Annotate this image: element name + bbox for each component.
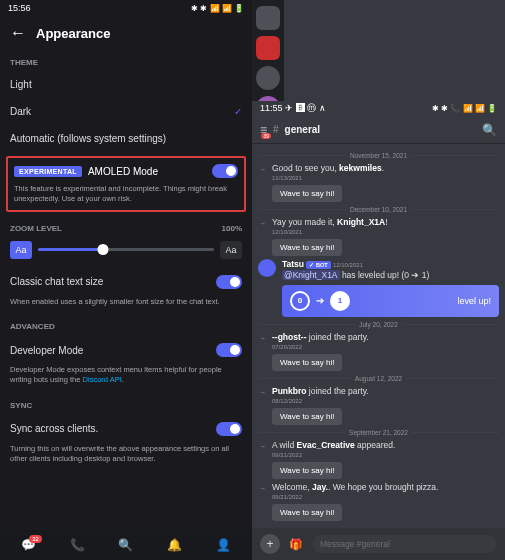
status-icons: ✱ ✱ 📞 📶 📶 🔋 xyxy=(432,104,497,113)
notif-badge: 39 xyxy=(261,133,271,139)
join-arrow-icon: → xyxy=(258,219,266,256)
classic-text-label: Classic chat text size xyxy=(10,276,103,287)
join-arrow-icon: → xyxy=(258,165,266,202)
wave-button[interactable]: Wave to say hi! xyxy=(272,354,342,371)
avatar xyxy=(258,259,276,277)
join-arrow-icon: → xyxy=(258,334,266,371)
developer-mode-label: Developer Mode xyxy=(10,345,83,356)
server-icon[interactable] xyxy=(256,36,280,60)
status-bar-right: 11:55 ✈ 🅱 ⓜ ∧ ✱ ✱ 📞 📶 📶 🔋 xyxy=(252,101,505,117)
classic-text-toggle[interactable] xyxy=(216,275,242,289)
message-text: Yay you made it, Knight_X1A! xyxy=(272,217,499,228)
message-time: 08/12/2022 xyxy=(272,398,499,404)
system-message: → Yay you made it, Knight_X1A! 12/10/202… xyxy=(258,217,499,256)
zoom-control: Aa Aa xyxy=(0,237,252,267)
mention[interactable]: @Knight_X1A xyxy=(282,270,340,280)
system-message: → --ghost-- joined the party. 07/20/2022… xyxy=(258,332,499,371)
channel-name: general xyxy=(285,124,321,135)
amoled-experimental-box: EXPERIMENTAL AMOLED Mode This feature is… xyxy=(6,156,246,212)
sync-section-label: SYNC xyxy=(0,393,252,414)
nav-messages-icon[interactable]: 💬32 xyxy=(21,538,36,552)
system-message: → Welcome, Jay.. We hope you brought piz… xyxy=(258,482,499,521)
sync-across-toggle[interactable] xyxy=(216,422,242,436)
channel-header: ≡39 # general 🔍 xyxy=(252,117,505,144)
message-time: 07/20/2022 xyxy=(272,344,499,350)
classic-text-row: Classic chat text size xyxy=(0,267,252,297)
level-to: 1 xyxy=(330,291,350,311)
menu-icon[interactable]: ≡39 xyxy=(260,123,267,137)
message-text: --ghost-- joined the party. xyxy=(272,332,499,343)
date-divider: December 10, 2021 xyxy=(258,206,499,213)
page-title: Appearance xyxy=(36,26,110,41)
settings-header: ← Appearance xyxy=(0,16,252,50)
developer-mode-toggle[interactable] xyxy=(216,343,242,357)
level-up-card: 0 ➔ 1 level up! xyxy=(282,285,499,317)
nav-badge: 32 xyxy=(29,535,42,543)
discord-api-link[interactable]: Discord API xyxy=(83,375,122,384)
zoom-large-button[interactable]: Aa xyxy=(220,241,242,259)
discord-chat-pane: 11:55 ✈ 🅱 ⓜ ∧ ✱ ✱ 📞 📶 📶 🔋 ≡39 # general … xyxy=(252,0,505,560)
date-divider: September 21, 2022 xyxy=(258,429,499,436)
classic-text-desc: When enabled uses a slightly smaller fon… xyxy=(0,297,252,315)
server-dm-icon[interactable] xyxy=(256,6,280,30)
zoom-slider[interactable] xyxy=(38,248,214,251)
system-message: → Good to see you, kekwmiles. 11/13/2021… xyxy=(258,163,499,202)
theme-light-label: Light xyxy=(10,79,32,90)
back-icon[interactable]: ← xyxy=(10,24,26,42)
message-time: 09/21/2022 xyxy=(272,452,499,458)
developer-mode-desc: Developer Mode exposes context menu item… xyxy=(0,365,252,393)
date-divider: November 15, 2021 xyxy=(258,152,499,159)
bot-message: Tatsu ✓ BOT 12/10/2021 @Knight_X1A has l… xyxy=(258,259,499,317)
bot-badge: ✓ BOT xyxy=(306,261,330,269)
search-icon[interactable]: 🔍 xyxy=(482,123,497,137)
add-attachment-button[interactable]: + xyxy=(260,534,280,554)
check-icon: ✓ xyxy=(234,106,242,117)
nav-notifications-icon[interactable]: 🔔 xyxy=(167,538,182,552)
advanced-section-label: ADVANCED xyxy=(0,314,252,335)
nav-profile-icon[interactable]: 👤 xyxy=(216,538,231,552)
gift-button[interactable]: 🎁 xyxy=(286,534,306,554)
join-arrow-icon: → xyxy=(258,388,266,425)
theme-section-label: THEME xyxy=(0,50,252,71)
level-up-label: level up! xyxy=(457,296,491,306)
status-time: 11:55 ✈ 🅱 ⓜ ∧ xyxy=(260,102,326,115)
message-input-bar: + 🎁 Message #general xyxy=(252,528,505,560)
message-text: Punkbro joined the party. xyxy=(272,386,499,397)
theme-dark-label: Dark xyxy=(10,106,31,117)
amoled-toggle[interactable] xyxy=(212,164,238,178)
zoom-label: ZOOM LEVEL xyxy=(10,224,62,233)
wave-button[interactable]: Wave to say hi! xyxy=(272,239,342,256)
wave-button[interactable]: Wave to say hi! xyxy=(272,408,342,425)
theme-auto-row[interactable]: Automatic (follows system settings) xyxy=(0,125,252,152)
server-rail xyxy=(252,0,284,101)
chat-body[interactable]: November 15, 2021 → Good to see you, kek… xyxy=(252,144,505,528)
server-icon[interactable] xyxy=(256,66,280,90)
bottom-nav: 💬32 📞 🔍 🔔 👤 xyxy=(0,530,252,560)
date-divider: July 20, 2022 xyxy=(258,321,499,328)
sync-across-label: Sync across clients. xyxy=(10,423,98,434)
nav-search-icon[interactable]: 🔍 xyxy=(118,538,133,552)
wave-button[interactable]: Wave to say hi! xyxy=(272,462,342,479)
nav-friends-icon[interactable]: 📞 xyxy=(70,538,85,552)
sync-across-desc: Turning this on will overwrite the above… xyxy=(0,444,252,472)
wave-button[interactable]: Wave to say hi! xyxy=(272,185,342,202)
message-text: @Knight_X1A has leveled up! (0 ➔ 1) xyxy=(282,270,499,281)
zoom-small-button[interactable]: Aa xyxy=(10,241,32,259)
status-bar: 15:56 ✱ ✱ 📶 📶 🔋 xyxy=(0,0,252,16)
message-time: 09/21/2022 xyxy=(272,494,499,500)
theme-dark-row[interactable]: Dark✓ xyxy=(0,98,252,125)
zoom-value: 100% xyxy=(222,224,242,233)
amoled-desc: This feature is experimental and incompl… xyxy=(14,184,238,204)
wave-button[interactable]: Wave to say hi! xyxy=(272,504,342,521)
theme-light-row[interactable]: Light xyxy=(0,71,252,98)
system-message: → Punkbro joined the party. 08/12/2022 W… xyxy=(258,386,499,425)
message-input[interactable]: Message #general xyxy=(312,535,497,553)
zoom-section: ZOOM LEVEL 100% xyxy=(0,216,252,237)
sync-across-row: Sync across clients. xyxy=(0,414,252,444)
date-divider: August 12, 2022 xyxy=(258,375,499,382)
amoled-title: AMOLED Mode xyxy=(88,166,158,177)
join-arrow-icon: → xyxy=(258,442,266,479)
level-from: 0 xyxy=(290,291,310,311)
chat-column: 11:55 ✈ 🅱 ⓜ ∧ ✱ ✱ 📞 📶 📶 🔋 ≡39 # general … xyxy=(252,101,505,560)
message-text: Good to see you, kekwmiles. xyxy=(272,163,499,174)
